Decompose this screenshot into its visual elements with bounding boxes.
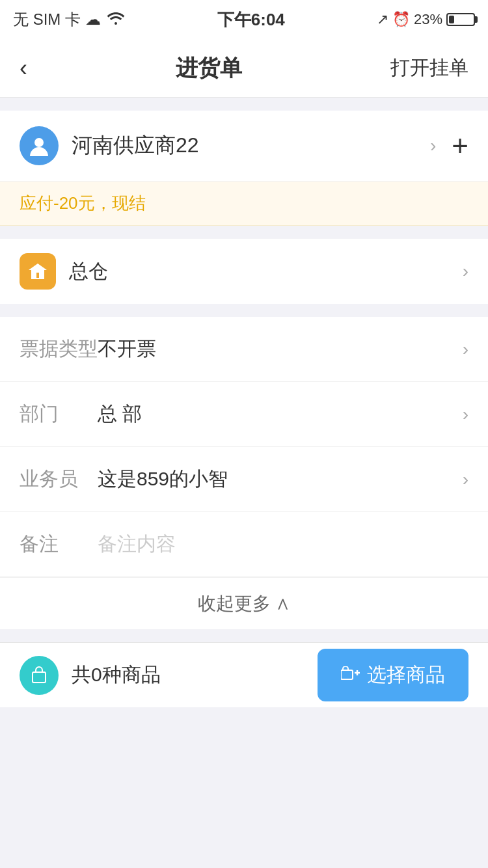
supplier-section: 河南供应商22 › + 应付-20元，现结 bbox=[0, 111, 488, 226]
remark-label: 备注 bbox=[20, 531, 98, 558]
warehouse-chevron-icon: › bbox=[463, 261, 468, 282]
supplier-name: 河南供应商22 bbox=[72, 131, 430, 160]
battery-percent: 23% bbox=[414, 11, 442, 28]
bottom-bar: 共0种商品 选择商品 bbox=[0, 642, 488, 707]
product-count-icon bbox=[20, 656, 59, 695]
salesperson-label: 业务员 bbox=[20, 466, 98, 493]
warehouse-row[interactable]: 总仓 › bbox=[0, 239, 488, 304]
back-button[interactable]: ‹ bbox=[20, 55, 27, 82]
wifi-icon bbox=[106, 10, 126, 29]
section-gap-4 bbox=[0, 629, 488, 642]
notice-banner: 应付-20元，现结 bbox=[0, 182, 488, 226]
alarm-icon: ⏰ bbox=[392, 11, 410, 28]
department-row[interactable]: 部门 总 部 › bbox=[0, 382, 488, 447]
battery-icon bbox=[446, 13, 475, 26]
section-gap-1 bbox=[0, 98, 488, 111]
svg-rect-1 bbox=[33, 672, 46, 683]
ticket-type-chevron-icon: › bbox=[463, 339, 468, 360]
add-supplier-button[interactable]: + bbox=[452, 131, 468, 160]
warehouse-name: 总仓 bbox=[69, 258, 463, 285]
department-value: 总 部 bbox=[98, 401, 463, 427]
nav-bar: ‹ 进货单 打开挂单 bbox=[0, 39, 488, 98]
select-product-button[interactable]: 选择商品 bbox=[318, 649, 468, 701]
warehouse-icon-wrap bbox=[20, 253, 56, 290]
section-gap-3 bbox=[0, 304, 488, 317]
supplier-avatar bbox=[20, 126, 59, 165]
section-gap-2 bbox=[0, 226, 488, 239]
salesperson-chevron-icon: › bbox=[463, 469, 468, 490]
open-pending-button[interactable]: 打开挂单 bbox=[390, 55, 468, 81]
remark-value[interactable]: 备注内容 bbox=[98, 531, 468, 558]
ticket-type-row[interactable]: 票据类型 不开票 › bbox=[0, 317, 488, 382]
svg-point-0 bbox=[34, 138, 44, 147]
cart-plus-icon bbox=[341, 666, 360, 685]
sim-label: 无 SIM 卡 ☁ bbox=[13, 9, 101, 30]
supplier-chevron-icon: › bbox=[430, 135, 436, 156]
ticket-type-label: 票据类型 bbox=[20, 336, 98, 362]
department-label: 部门 bbox=[20, 401, 98, 427]
department-chevron-icon: › bbox=[463, 404, 468, 425]
status-left: 无 SIM 卡 ☁ bbox=[13, 9, 126, 30]
status-time: 下午6:04 bbox=[217, 8, 285, 31]
warehouse-section: 总仓 › bbox=[0, 239, 488, 304]
select-product-label: 选择商品 bbox=[367, 662, 445, 688]
fields-section: 票据类型 不开票 › 部门 总 部 › 业务员 这是859的小智 › 备注 备注… bbox=[0, 317, 488, 629]
salesperson-value: 这是859的小智 bbox=[98, 466, 463, 493]
svg-rect-2 bbox=[341, 670, 353, 679]
salesperson-row[interactable]: 业务员 这是859的小智 › bbox=[0, 447, 488, 512]
remark-row[interactable]: 备注 备注内容 bbox=[0, 512, 488, 577]
page-title: 进货单 bbox=[176, 53, 242, 83]
collapse-button[interactable]: 收起更多 ∧ bbox=[0, 577, 488, 629]
location-icon: ↗ bbox=[377, 11, 388, 28]
supplier-row[interactable]: 河南供应商22 › + bbox=[0, 111, 488, 182]
ticket-type-value: 不开票 bbox=[98, 336, 463, 362]
footer-gray bbox=[0, 707, 488, 868]
status-bar: 无 SIM 卡 ☁ 下午6:04 ↗ ⏰ 23% bbox=[0, 0, 488, 39]
product-count-label: 共0种商品 bbox=[72, 662, 318, 688]
status-right: ↗ ⏰ 23% bbox=[377, 11, 475, 28]
